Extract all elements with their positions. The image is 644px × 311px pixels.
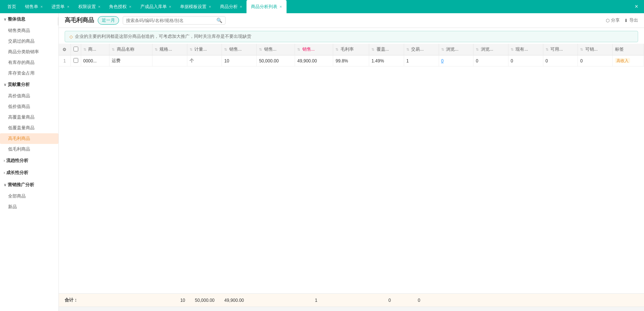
nav-item-stock-in[interactable]: 产成品入库单 ×: [136, 0, 176, 13]
th-sale-amount[interactable]: ⇅ 销售...: [257, 44, 295, 55]
th-unit[interactable]: ⇅ 计量...: [187, 44, 222, 55]
close-template-tab[interactable]: ×: [209, 4, 211, 9]
sidebar-item-high-coverage[interactable]: 高覆盖量商品: [0, 112, 58, 123]
sidebar-item-category-rate[interactable]: 商品分类助销率: [0, 47, 58, 57]
sidebar-item-traded-goods[interactable]: 交易过的商品: [0, 36, 58, 47]
filter-month-button[interactable]: 近一月: [98, 16, 119, 25]
sidebar-item-low-margin[interactable]: 低毛利商品: [0, 144, 58, 155]
share-icon: ⬡: [606, 18, 609, 23]
nav-item-template[interactable]: 单据模板设置 ×: [176, 0, 215, 13]
footer-sale-amount: 50,000.00: [188, 298, 217, 303]
sort-icon: ⇅: [112, 47, 115, 51]
th-view1[interactable]: ⇅ 浏览...: [439, 44, 474, 55]
export-button[interactable]: ⬇ 导出: [624, 17, 638, 23]
th-sale-profit[interactable]: ⇅ 销售...: [295, 44, 333, 55]
sidebar-item-high-margin[interactable]: 高毛利商品: [0, 133, 58, 144]
sort-icon: ⇅: [511, 47, 514, 51]
sidebar-group-header-overview[interactable]: ∨ 整体信息: [0, 13, 58, 25]
top-navigation: 首页 销售单 × 进货单 × 权限设置 × 角色授权 × 产成品入库单 × 单据…: [0, 0, 644, 13]
nav-item-role[interactable]: 角色授权 ×: [105, 0, 136, 13]
sidebar-group-trend: › 流趋性分析: [0, 155, 58, 167]
row-num-cell: 1: [59, 55, 71, 66]
select-all-checkbox[interactable]: [73, 47, 78, 51]
sidebar-item-low-coverage[interactable]: 低覆盖量商品: [0, 123, 58, 133]
share-button[interactable]: ⬡ 分享: [606, 17, 620, 23]
data-table-wrapper: ⚙ ⇅ 商... ⇅ 商品名称: [59, 44, 644, 293]
settings-icon[interactable]: ⚙: [62, 47, 66, 52]
nav-item-analysis-list[interactable]: 商品分析列表 ×: [247, 0, 286, 13]
sidebar-item-low-value[interactable]: 低价值商品: [0, 101, 58, 112]
sidebar-group-header-contribution[interactable]: ∨ 贡献量分析: [0, 79, 58, 91]
nav-item-permission[interactable]: 权限设置 ×: [74, 0, 105, 13]
row-checkbox-cell[interactable]: [71, 55, 81, 66]
sidebar-group-overview: ∨ 整体信息 销售类商品 交易过的商品 商品分类助销率 有库存的商品 库存资金占…: [0, 13, 58, 79]
close-analysis-tab[interactable]: ×: [240, 4, 242, 9]
th-saleable[interactable]: ⇅ 可销...: [578, 44, 613, 55]
row-sale-amount-cell: 50,000.00: [257, 55, 295, 66]
row-sale-qty-cell: 10: [222, 55, 257, 66]
sidebar-item-high-value[interactable]: 高价值商品: [0, 91, 58, 101]
th-view2[interactable]: ⇅ 浏览...: [474, 44, 508, 55]
th-gross-margin[interactable]: ⇅ 毛利率: [333, 44, 369, 55]
sidebar-item-sales-goods[interactable]: 销售类商品: [0, 25, 58, 36]
sort-icon: ⇅: [83, 47, 86, 51]
arrow-icon: ∨: [4, 183, 6, 187]
nav-item-analysis[interactable]: 商品分析 ×: [216, 0, 247, 13]
search-input[interactable]: [126, 18, 216, 23]
th-code[interactable]: ⇅ 商...: [81, 44, 109, 55]
th-tag: 标签: [613, 44, 644, 55]
close-sales-tab[interactable]: ×: [40, 4, 43, 9]
row-view1-cell[interactable]: 0: [439, 55, 474, 66]
sidebar-group-header-marketing[interactable]: ∨ 营销推广分析: [0, 179, 58, 191]
sidebar-item-all-goods[interactable]: 全部商品: [0, 191, 58, 202]
horizontal-scrollbar[interactable]: [59, 307, 644, 311]
tip-bar: ◇ 企业的主要的利润都是这部分商品创造的，可考虑加大推广，同时关注库存是不要出现…: [65, 31, 638, 42]
sidebar-collapse-button[interactable]: «: [58, 17, 59, 26]
sidebar-group-header-growth[interactable]: › 成长性分析: [0, 167, 58, 179]
th-current-stock[interactable]: ⇅ 现有...: [508, 44, 543, 55]
close-role-tab[interactable]: ×: [129, 4, 131, 9]
sort-icon: ⇅: [335, 47, 338, 51]
sidebar-item-in-stock[interactable]: 有库存的商品: [0, 57, 58, 68]
row-name-cell: 运费: [109, 55, 152, 66]
sort-icon: ⇅: [441, 47, 444, 51]
nav-item-home[interactable]: 首页: [3, 0, 21, 13]
nav-item-purchase[interactable]: 进货单 ×: [47, 0, 73, 13]
footer-trade: 1: [291, 298, 320, 303]
search-box: 🔍: [123, 16, 226, 25]
sort-icon: ⇅: [546, 47, 548, 51]
th-name[interactable]: ⇅ 商品名称: [109, 44, 152, 55]
content-area: 高毛利商品 近一月 🔍 ⬡ 分享 ⬇ 导出 ◇ 企业的主要的利润都是这部分商品创…: [59, 13, 644, 311]
page-title: 高毛利商品: [65, 17, 94, 24]
th-sale-qty[interactable]: ⇅ 销售...: [222, 44, 257, 55]
tip-icon: ◇: [69, 34, 73, 39]
sort-icon: ⇅: [259, 47, 262, 51]
close-purchase-tab[interactable]: ×: [67, 4, 69, 9]
window-close-button[interactable]: ×: [632, 3, 641, 10]
nav-item-sales[interactable]: 销售单 ×: [21, 0, 47, 13]
sidebar-group-header-trend[interactable]: › 流趋性分析: [0, 155, 58, 167]
th-checkbox[interactable]: [71, 44, 81, 55]
sort-icon: ⇅: [297, 47, 300, 51]
th-trade[interactable]: ⇅ 交易...: [404, 44, 439, 55]
close-analysis-list-tab[interactable]: ×: [280, 4, 282, 9]
close-permission-tab[interactable]: ×: [98, 4, 100, 9]
close-stock-in-tab[interactable]: ×: [169, 4, 171, 9]
th-available[interactable]: ⇅ 可用...: [543, 44, 578, 55]
high-income-tag: 高收入: [615, 58, 630, 63]
table-row: 1 0000... 运费: [59, 55, 644, 66]
row-available-cell: 0: [543, 55, 578, 66]
sidebar-item-new-goods[interactable]: 新品: [0, 202, 58, 212]
row-checkbox[interactable]: [73, 58, 78, 63]
sidebar-group-contribution: ∨ 贡献量分析 高价值商品 低价值商品 高覆盖量商品 低覆盖量商品 高毛利商品 …: [0, 79, 58, 155]
th-settings[interactable]: ⚙: [59, 44, 71, 55]
search-icon[interactable]: 🔍: [216, 18, 222, 23]
content-header: 高毛利商品 近一月 🔍 ⬡ 分享 ⬇ 导出: [59, 13, 644, 28]
sort-icon: ⇅: [190, 47, 193, 51]
th-coverage[interactable]: ⇅ 覆盖...: [369, 44, 404, 55]
footer-sale-qty: 10: [159, 298, 188, 303]
th-spec[interactable]: ⇅ 规格...: [152, 44, 187, 55]
footer-available: 0: [394, 298, 423, 303]
footer-current-stock: 0: [364, 298, 394, 303]
sidebar-item-stock-capital[interactable]: 库存资金占用: [0, 68, 58, 79]
